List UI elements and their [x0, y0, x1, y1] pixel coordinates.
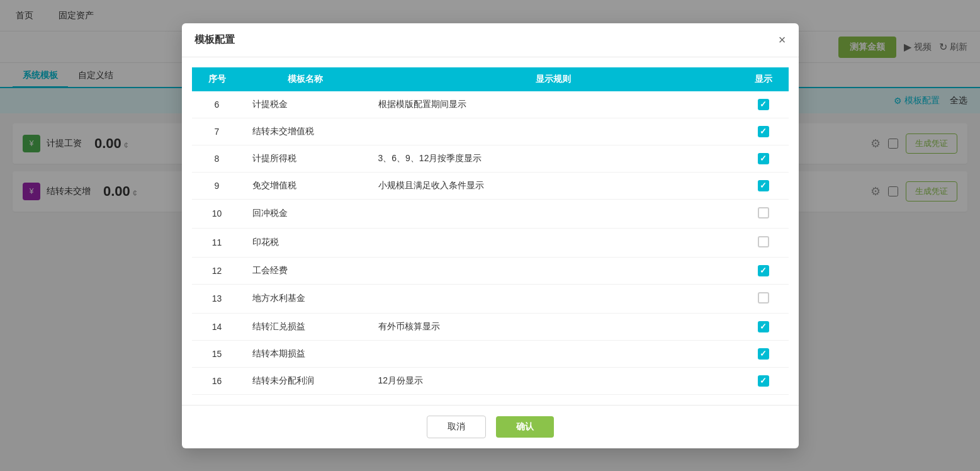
cancel-button[interactable]: 取消 — [427, 416, 486, 438]
cell-id: 7 — [192, 118, 242, 145]
checkbox-row-7[interactable] — [758, 126, 769, 137]
cell-id: 13 — [192, 284, 242, 313]
config-table: 序号 模板名称 显示规则 显示 6计提税金根据模版配置期间显示7结转未交增值税8… — [192, 67, 789, 395]
cell-rule: 有外币核算显示 — [368, 313, 738, 340]
cell-checkbox[interactable] — [738, 172, 789, 199]
cell-checkbox[interactable] — [738, 91, 789, 118]
cell-id: 6 — [192, 91, 242, 118]
checkbox-row-16[interactable] — [758, 375, 769, 387]
cell-rule — [368, 340, 738, 367]
cell-rule — [368, 257, 738, 284]
checkbox-row-11[interactable] — [758, 236, 769, 247]
template-config-modal: 模板配置 × 序号 模板名称 显示规则 显示 6计提税金根据模版配置期间显示7结… — [182, 23, 799, 448]
cell-name: 免交增值税 — [242, 172, 368, 199]
modal-header: 模板配置 × — [182, 23, 799, 57]
table-row: 11印花税 — [192, 228, 789, 257]
table-row: 15结转本期损益 — [192, 340, 789, 367]
cell-rule: 12月份显示 — [368, 367, 738, 394]
cell-rule — [368, 284, 738, 313]
col-header-display: 显示 — [738, 67, 789, 91]
modal-close-button[interactable]: × — [779, 33, 786, 46]
table-row: 6计提税金根据模版配置期间显示 — [192, 91, 789, 118]
table-row: 8计提所得税3、6、9、12月按季度显示 — [192, 145, 789, 172]
checkbox-row-8[interactable] — [758, 153, 769, 164]
cell-name: 结转本期损益 — [242, 340, 368, 367]
cell-name: 结转未分配利润 — [242, 367, 368, 394]
cell-id: 16 — [192, 367, 242, 394]
cell-name: 结转汇兑损益 — [242, 313, 368, 340]
col-header-name: 模板名称 — [242, 67, 368, 91]
checkbox-row-9[interactable] — [758, 180, 769, 191]
checkbox-row-6[interactable] — [758, 99, 769, 110]
cell-checkbox[interactable] — [738, 313, 789, 340]
checkbox-row-14[interactable] — [758, 321, 769, 332]
cell-checkbox[interactable] — [738, 367, 789, 394]
cell-id: 14 — [192, 313, 242, 340]
table-row: 10回冲税金 — [192, 199, 789, 228]
checkbox-row-15[interactable] — [758, 348, 769, 360]
checkbox-row-12[interactable] — [758, 265, 769, 276]
confirm-button[interactable]: 确认 — [496, 416, 554, 438]
cell-id: 8 — [192, 145, 242, 172]
cell-id: 15 — [192, 340, 242, 367]
cell-name: 结转未交增值税 — [242, 118, 368, 145]
cell-checkbox[interactable] — [738, 145, 789, 172]
cell-name: 地方水利基金 — [242, 284, 368, 313]
modal-body: 序号 模板名称 显示规则 显示 6计提税金根据模版配置期间显示7结转未交增值税8… — [182, 57, 799, 405]
cell-id: 12 — [192, 257, 242, 284]
modal-title: 模板配置 — [194, 33, 235, 47]
table-row: 14结转汇兑损益有外币核算显示 — [192, 313, 789, 340]
modal-overlay: 模板配置 × 序号 模板名称 显示规则 显示 6计提税金根据模版配置期间显示7结… — [0, 0, 980, 471]
modal-footer: 取消 确认 — [182, 405, 799, 448]
cell-checkbox[interactable] — [738, 340, 789, 367]
table-row: 12工会经费 — [192, 257, 789, 284]
cell-id: 10 — [192, 199, 242, 228]
cell-checkbox[interactable] — [738, 228, 789, 257]
table-row: 9免交增值税小规模且满足收入条件显示 — [192, 172, 789, 199]
cell-rule: 小规模且满足收入条件显示 — [368, 172, 738, 199]
cell-checkbox[interactable] — [738, 118, 789, 145]
cell-rule: 根据模版配置期间显示 — [368, 91, 738, 118]
table-row: 7结转未交增值税 — [192, 118, 789, 145]
cell-checkbox[interactable] — [738, 199, 789, 228]
cell-checkbox[interactable] — [738, 284, 789, 313]
cell-rule — [368, 228, 738, 257]
table-row: 13地方水利基金 — [192, 284, 789, 313]
cell-name: 印花税 — [242, 228, 368, 257]
cell-rule — [368, 199, 738, 228]
cell-id: 11 — [192, 228, 242, 257]
cell-rule: 3、6、9、12月按季度显示 — [368, 145, 738, 172]
cell-name: 计提税金 — [242, 91, 368, 118]
cell-name: 计提所得税 — [242, 145, 368, 172]
cell-checkbox[interactable] — [738, 257, 789, 284]
cell-name: 工会经费 — [242, 257, 368, 284]
cell-name: 回冲税金 — [242, 199, 368, 228]
col-header-rule: 显示规则 — [368, 67, 738, 91]
table-row: 16结转未分配利润12月份显示 — [192, 367, 789, 394]
checkbox-row-10[interactable] — [758, 207, 769, 218]
cell-rule — [368, 118, 738, 145]
cell-id: 9 — [192, 172, 242, 199]
col-header-id: 序号 — [192, 67, 242, 91]
checkbox-row-13[interactable] — [758, 292, 769, 304]
